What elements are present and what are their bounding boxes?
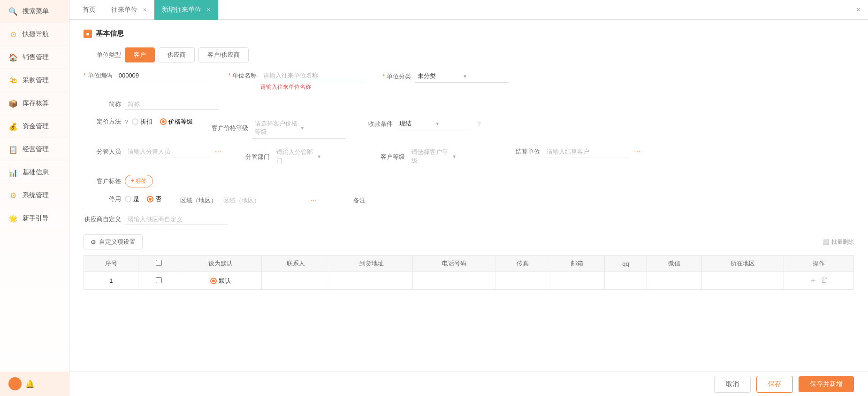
row-add-btn[interactable]: ＋ [809, 276, 817, 286]
unit-category-label: 单位分类 [382, 72, 411, 81]
radio-no[interactable]: 否 [147, 195, 161, 203]
tab-new-partner[interactable]: 新增往来单位 × [154, 0, 218, 20]
customer-price-level-select[interactable]: 请选择客户价格等级 ▼ [252, 117, 346, 139]
price-level-dropdown-arrow: ▼ [300, 125, 343, 131]
customer-level-label: 客户等级 [377, 153, 405, 161]
settlement-more-btn[interactable]: ··· [632, 148, 642, 156]
batch-delete-button[interactable]: ⬜ 批量删除 [822, 238, 854, 246]
manager-row: 分管人员 ··· 分管部门 请输入分管部门 ▼ 客户等级 请选择客户等级 ▼ 结… [84, 146, 854, 167]
notification-icon: 🔔 [25, 380, 35, 388]
disabled-field: 停用 是 否 [84, 195, 161, 203]
sidebar-item-inventory[interactable]: 📦 库存核算 [0, 92, 69, 115]
cancel-button[interactable]: 取消 [714, 376, 751, 393]
unit-name-error: 请输入往来单位名称 [260, 83, 311, 91]
tab-partner-close[interactable]: × [143, 7, 146, 13]
sidebar-item-search[interactable]: 🔍 搜索菜单 [0, 0, 69, 23]
th-fax: 传真 [495, 256, 550, 272]
sidebar-label-quicknav: 快捷导航 [23, 30, 49, 39]
radio-no-circle [147, 196, 153, 202]
unit-name-input[interactable] [260, 70, 364, 81]
save-new-button[interactable]: 保存并新增 [799, 376, 854, 392]
cell-qq [604, 272, 647, 290]
payment-terms-select[interactable]: 现结 ▼ [396, 117, 472, 130]
pricing-radio-group: 折扣 价格等级 [132, 117, 193, 126]
basic-icon: 📊 [8, 168, 18, 177]
customer-level-select[interactable]: 请选择客户等级 ▼ [409, 146, 493, 167]
custom-settings-button[interactable]: ⚙ 自定义项设置 [84, 234, 143, 249]
gear-icon: ⚙ [91, 239, 96, 246]
th-qq: qq [604, 256, 647, 272]
short-name-field: 简称 [84, 99, 219, 110]
department-field: 分管部门 请输入分管部门 ▼ [242, 146, 358, 167]
tags-field: 客户标签 + 标签 [84, 175, 153, 187]
type-btn-supplier[interactable]: 供应商 [159, 47, 195, 62]
unit-category-field: 单位分类 未分类 ▼ [382, 70, 509, 83]
table-section: ⚙ 自定义项设置 ⬜ 批量删除 序号 设为默认 联系人 到货地址 电话号 [84, 234, 854, 290]
sidebar: 🔍 搜索菜单 ⊙ 快捷导航 🏠 销售管理 🛍 采购管理 📦 库存核算 💰 资金管… [0, 0, 69, 396]
tags-label: 客户标签 [84, 177, 121, 186]
sidebar-label-finance: 资金管理 [23, 122, 49, 131]
main-close-icon[interactable]: × [856, 6, 860, 14]
purchase-icon: 🛍 [8, 76, 18, 85]
sidebar-item-sales[interactable]: 🏠 销售管理 [0, 46, 69, 69]
sidebar-label-inventory: 库存核算 [23, 99, 49, 108]
add-tag-button[interactable]: + 标签 [125, 175, 153, 187]
region-label: 区域（地区） [180, 196, 217, 205]
guide-icon: 🌟 [8, 214, 18, 223]
row-checkbox[interactable] [156, 277, 162, 283]
unit-category-select[interactable]: 未分类 ▼ [415, 70, 509, 83]
tab-new-partner-close[interactable]: × [207, 7, 210, 13]
table-header-row: 序号 设为默认 联系人 到货地址 电话号码 传真 邮箱 qq 微信 所在地区 操… [84, 256, 854, 272]
th-action: 操作 [784, 256, 854, 272]
table-toolbar: ⚙ 自定义项设置 ⬜ 批量删除 [84, 234, 854, 255]
radio-discount[interactable]: 折扣 [132, 117, 152, 126]
tab-home[interactable]: 首页 [75, 0, 104, 20]
sidebar-item-guide[interactable]: 🌟 新手引导 [0, 207, 69, 230]
select-all-checkbox[interactable] [156, 260, 162, 266]
batch-delete-icon: ⬜ [822, 239, 830, 245]
contact-table: 序号 设为默认 联系人 到货地址 电话号码 传真 邮箱 qq 微信 所在地区 操… [84, 255, 854, 290]
supplier-custom-field: 供应商自定义 [84, 214, 228, 225]
sidebar-item-finance[interactable]: 💰 资金管理 [0, 115, 69, 138]
cell-default: 默认 [179, 272, 262, 290]
pricing-help-icon[interactable]: ? [125, 118, 128, 125]
sidebar-item-quicknav[interactable]: ⊙ 快捷导航 [0, 23, 69, 46]
unit-name-label: 单位名称 [228, 71, 257, 80]
sidebar-item-system[interactable]: ⚙ 系统管理 [0, 184, 69, 207]
sidebar-item-purchase[interactable]: 🛍 采购管理 [0, 69, 69, 92]
payment-help-icon[interactable]: ? [477, 120, 480, 127]
th-phone: 电话号码 [413, 256, 495, 272]
tab-partner[interactable]: 往来单位 × [104, 0, 154, 20]
supplier-custom-input[interactable] [125, 214, 228, 225]
short-name-input[interactable] [125, 99, 219, 110]
th-seq: 序号 [84, 256, 138, 272]
cell-contact [262, 272, 330, 290]
department-select[interactable]: 请输入分管部门 ▼ [274, 146, 358, 167]
manager-input[interactable] [125, 146, 209, 157]
radio-yes[interactable]: 是 [125, 195, 139, 203]
sidebar-item-operation[interactable]: 📋 经营管理 [0, 138, 69, 161]
unit-type-buttons: 客户 供应商 客户/供应商 [125, 47, 249, 62]
type-btn-customer[interactable]: 客户 [125, 47, 155, 62]
region-more-btn[interactable]: ··· [309, 196, 319, 205]
save-button[interactable]: 保存 [756, 376, 793, 393]
manager-more-btn[interactable]: ··· [213, 148, 223, 156]
type-btn-both[interactable]: 客户/供应商 [198, 47, 249, 62]
unit-code-field: 单位编码 [84, 70, 210, 81]
unit-type-field: 单位类型 客户 供应商 客户/供应商 [84, 47, 249, 62]
sidebar-item-basic[interactable]: 📊 基础信息 [0, 161, 69, 184]
default-radio-circle [210, 278, 217, 284]
manager-label: 分管人员 [84, 148, 121, 156]
unit-name-field: 单位名称 请输入往来单位名称 [228, 70, 364, 91]
cell-region [701, 272, 784, 290]
region-input[interactable] [221, 195, 305, 206]
unit-code-input[interactable] [116, 70, 210, 81]
finance-icon: 💰 [8, 122, 18, 131]
radio-no-label: 否 [155, 195, 161, 203]
remark-input[interactable] [369, 195, 510, 206]
radio-price-level[interactable]: 价格等级 [160, 117, 193, 126]
cell-action: ＋ 🗑 [784, 272, 854, 290]
unit-type-label: 单位类型 [84, 51, 121, 59]
settlement-unit-input[interactable] [544, 146, 628, 157]
row-delete-btn[interactable]: 🗑 [821, 276, 828, 286]
